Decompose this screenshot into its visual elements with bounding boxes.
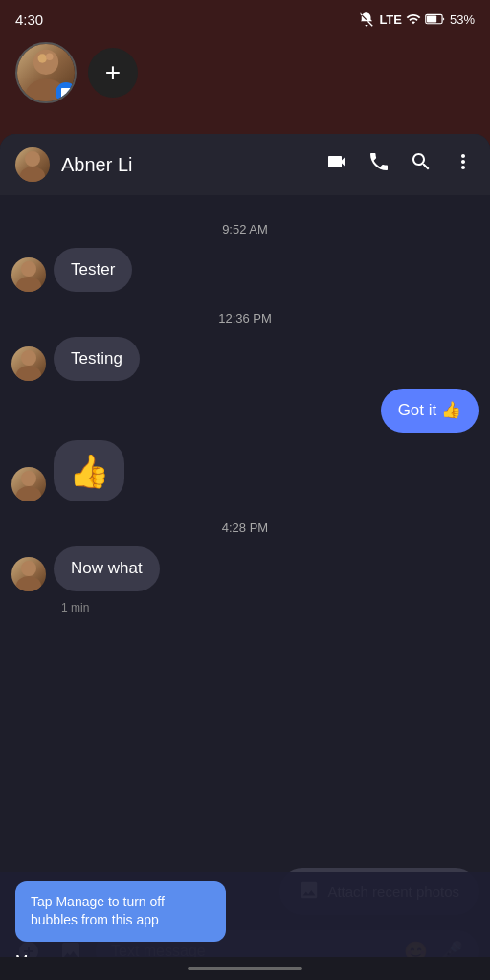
message-bubble-3: Got it 👍 <box>381 389 479 433</box>
add-bubble-button[interactable]: + <box>88 48 138 98</box>
video-call-icon[interactable] <box>325 150 348 179</box>
timestamp-3: 4:28 PM <box>11 521 479 535</box>
svg-point-11 <box>16 366 41 381</box>
timestamp-1: 9:52 AM <box>11 222 479 236</box>
search-icon[interactable] <box>410 150 433 179</box>
svg-point-4 <box>38 54 47 62</box>
message-row-3: Got it 👍 <box>11 389 479 433</box>
message-time-5: 1 min <box>61 601 479 614</box>
status-bar: 4:30 LTE 53% <box>0 0 490 34</box>
svg-point-2 <box>33 50 58 75</box>
contact-name: Abner Li <box>61 154 314 176</box>
tooltip-bubble: Tap Manage to turn off bubbles from this… <box>15 881 226 942</box>
messages-area: 9:52 AM Tester 12:36 PM Testing G <box>0 195 490 860</box>
mute-icon <box>358 11 375 28</box>
message-bubble-1: Tester <box>54 248 132 292</box>
message-row-5: Now what <box>11 546 479 590</box>
contact-avatar <box>15 147 50 182</box>
status-time: 4:30 <box>15 11 43 28</box>
message-row-2: Testing <box>11 337 479 381</box>
msg-avatar-1 <box>11 257 46 292</box>
chat-window: Abner Li <box>0 134 490 980</box>
msg-avatar-4 <box>11 467 46 501</box>
bubble-avatar[interactable] <box>15 42 77 103</box>
battery-percent: 53% <box>450 12 475 27</box>
msg-avatar-5 <box>11 557 46 591</box>
svg-point-6 <box>25 151 40 167</box>
svg-point-14 <box>21 561 36 576</box>
svg-point-9 <box>16 277 41 292</box>
more-options-icon[interactable] <box>452 150 475 179</box>
message-bubble-5: Now what <box>54 546 160 590</box>
tooltip-text: Tap Manage to turn off bubbles from this… <box>31 894 165 928</box>
svg-point-13 <box>16 486 41 501</box>
nav-bar <box>0 957 490 980</box>
svg-point-12 <box>21 471 36 486</box>
svg-point-5 <box>46 53 54 60</box>
status-icons: LTE 53% <box>358 11 475 28</box>
message-row-1: Tester <box>11 248 479 292</box>
signal-icon <box>406 11 421 27</box>
battery-icon <box>425 11 446 27</box>
header-icons <box>325 150 475 179</box>
svg-rect-1 <box>427 15 436 22</box>
nav-pill <box>188 967 302 970</box>
timestamp-2: 12:36 PM <box>11 311 479 325</box>
bubble-overlay: + <box>0 34 490 111</box>
message-bubble-2: Testing <box>54 337 140 381</box>
chat-header: Abner Li <box>0 134 490 195</box>
svg-point-10 <box>21 350 36 366</box>
svg-point-8 <box>21 261 36 277</box>
lte-label: LTE <box>379 12 402 27</box>
msg-avatar-2 <box>11 346 46 381</box>
message-bubble-4: 👍 <box>54 440 124 501</box>
phone-icon[interactable] <box>368 150 390 179</box>
message-row-4: 👍 <box>11 440 479 501</box>
svg-point-15 <box>16 576 41 591</box>
svg-point-7 <box>20 167 45 182</box>
messages-badge <box>56 82 77 103</box>
